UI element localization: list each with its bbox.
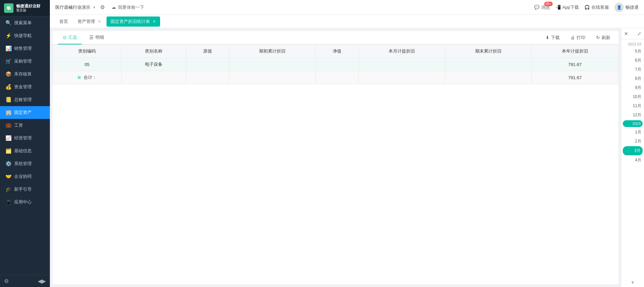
sidebar: 畅 畅捷通好业财 普及版 🔍 搜索菜单 ⚡ 快捷导航 📊 销售管理 🛒 采购管理…: [0, 0, 50, 287]
tab-assets-mgmt[interactable]: 资产管理 ✕: [73, 17, 105, 27]
appdownload-button[interactable]: 📲 App下载: [555, 4, 579, 10]
collapse-icon[interactable]: ◀▶: [38, 278, 46, 284]
operations-icon: 📈: [5, 135, 11, 141]
tab-home[interactable]: 首页: [55, 17, 72, 27]
sidebar-item-purchase[interactable]: 🛒 采购管理: [0, 55, 50, 68]
settings-footer-icon[interactable]: ⚙: [4, 278, 9, 284]
sidebar-item-inventory[interactable]: 📦 库存核算: [0, 68, 50, 81]
chevron-down-icon: ▼: [631, 280, 635, 285]
table-container: 类别编码 类别名称 原值 期初累计折旧 净值 本月计提折旧 期末累计折旧 本年计…: [53, 44, 618, 284]
company-selector[interactable]: 医疗器械行业演示 ▼: [55, 4, 96, 10]
total-acc-depr: [229, 71, 315, 84]
sidebar-item-label: 总账管理: [14, 97, 32, 103]
tab-close-icon[interactable]: ✕: [98, 19, 101, 24]
total-net: [315, 71, 358, 84]
sidebar-item-guide[interactable]: 🎓 新手引导: [0, 183, 50, 196]
tab-depreciation-report[interactable]: 固定资产折旧统计表 ✕: [106, 17, 160, 27]
download-label: 下载: [551, 35, 560, 41]
date-year-2023[interactable]: 2023: [623, 120, 643, 127]
sidebar-item-appcenter[interactable]: 📱 应用中心: [0, 196, 50, 209]
company-name: 医疗器械行业演示: [55, 4, 90, 10]
header-right: 💬 消息 99+ 📲 App下载 🎧 在线客服 👤 畅捷通: [534, 3, 639, 12]
user-name: 畅捷通: [625, 4, 639, 10]
tab-depreciation-label: 固定资产折旧统计表: [111, 19, 150, 25]
logo-main: 畅捷通好业财: [16, 4, 40, 8]
experience-button[interactable]: ☁ 我要体验一下: [109, 3, 147, 12]
experience-icon: ☁: [112, 5, 116, 10]
print-button[interactable]: 🖨 打印: [568, 33, 588, 42]
sidebar-item-search[interactable]: 🔍 搜索菜单: [0, 17, 50, 29]
sidebar-item-label: 固定资产: [14, 109, 32, 116]
col-monthly-depr: 本月计提折旧: [359, 45, 445, 58]
sidebar-item-ledger[interactable]: 📒 总账管理: [0, 93, 50, 106]
download-button[interactable]: ⬇ 下载: [543, 33, 562, 42]
sidebar-item-finance[interactable]: 💰 资金管理: [0, 81, 50, 93]
date-month-2[interactable]: 2月: [621, 137, 644, 146]
sidebar-item-operations[interactable]: 📈 经营管理: [0, 132, 50, 145]
date-month-1[interactable]: 1月: [621, 128, 644, 137]
date-month-8[interactable]: 8月: [621, 74, 644, 83]
tab-bar: 首页 资产管理 ✕ 固定资产折旧统计表 ✕: [50, 15, 644, 28]
date-month-6[interactable]: 6月: [621, 56, 644, 65]
sidebar-item-sales[interactable]: 📊 销售管理: [0, 42, 50, 55]
sidebar-item-enterprise[interactable]: 🤝 企业协同: [0, 170, 50, 183]
subtab-detail[interactable]: ☰ 明细: [85, 31, 109, 44]
refresh-button[interactable]: ↻ 刷新: [593, 33, 613, 42]
cell-annual-depr: 791.67: [532, 58, 618, 71]
sidebar-item-label: 应用中心: [14, 199, 32, 205]
main-area: 医疗器械行业演示 ▼ ⚙ ☁ 我要体验一下 💬 消息 99+ 📲 App下载 🎧…: [50, 0, 644, 287]
sidebar-item-label: 销售管理: [14, 45, 32, 52]
appdownload-icon: 📲: [555, 5, 561, 10]
sidebar-item-label: 库存核算: [14, 71, 32, 77]
header-settings-icon[interactable]: ⚙: [100, 4, 105, 10]
quicknav-icon: ⚡: [5, 33, 11, 39]
subtab-summary[interactable]: ⊙ 汇总: [58, 31, 82, 44]
sidebar-item-label: 经营管理: [14, 135, 32, 141]
total-label: 合计：: [84, 75, 97, 80]
table-row: 05 电子设备 791.67: [53, 58, 618, 71]
service-label: 在线客服: [591, 4, 609, 10]
total-original: [186, 71, 229, 84]
appcenter-icon: 📱: [5, 199, 11, 205]
sidebar-item-salary[interactable]: 💼 工资: [0, 119, 50, 132]
col-original: 原值: [186, 45, 229, 58]
date-month-3-active[interactable]: 3月: [623, 146, 643, 155]
basic-icon: 🗂️: [5, 148, 11, 154]
sidebar-item-basic[interactable]: 🗂️ 基础信息: [0, 145, 50, 157]
col-code: 类别编码: [53, 45, 122, 58]
cell-name: 电子设备: [121, 58, 186, 71]
date-month-12[interactable]: 12月: [621, 110, 644, 120]
sidebar-item-quicknav[interactable]: ⚡ 快捷导航: [0, 29, 50, 42]
date-month-9[interactable]: 9月: [621, 83, 644, 92]
date-panel-close-icon[interactable]: ✕: [623, 30, 630, 37]
sales-icon: 📊: [5, 45, 11, 52]
tab-active-close-icon[interactable]: ✕: [153, 19, 156, 24]
date-panel-expand-icon[interactable]: ⤢: [636, 30, 643, 37]
service-button[interactable]: 🎧 在线客服: [584, 4, 609, 10]
sidebar-item-assets[interactable]: 🏢 固定资产: [0, 106, 50, 119]
messages-button[interactable]: 💬 消息 99+: [534, 4, 550, 10]
summary-icon: ⊙: [63, 35, 67, 40]
top-header: 医疗器械行业演示 ▼ ⚙ ☁ 我要体验一下 💬 消息 99+ 📲 App下载 🎧…: [50, 0, 644, 15]
date-month-5[interactable]: 5月: [621, 47, 644, 56]
sidebar-item-label: 资金管理: [14, 84, 32, 90]
avatar: 👤: [614, 3, 624, 12]
experience-label: 我要体验一下: [118, 4, 144, 10]
tab-home-label: 首页: [59, 19, 68, 25]
inventory-icon: 📦: [5, 71, 11, 77]
sub-tabs-left: ⊙ 汇总 ☰ 明细: [58, 31, 109, 44]
date-month-4[interactable]: 4月: [621, 156, 644, 165]
depreciation-table: 类别编码 类别名称 原值 期初累计折旧 净值 本月计提折旧 期末累计折旧 本年计…: [53, 44, 618, 84]
refresh-label: 刷新: [602, 35, 610, 41]
user-profile[interactable]: 👤 畅捷通: [614, 3, 639, 12]
logo-sub: 普及版: [16, 8, 40, 12]
salary-icon: 💼: [5, 122, 11, 128]
date-month-7[interactable]: 7月: [621, 65, 644, 74]
date-list-scroll-down[interactable]: ▼: [621, 278, 644, 287]
guide-icon: 🎓: [5, 186, 11, 192]
date-month-10[interactable]: 10月: [621, 92, 644, 101]
tab-assets-mgmt-label: 资产管理: [78, 19, 95, 25]
date-month-11[interactable]: 11月: [621, 101, 644, 110]
sidebar-item-label: 系统管理: [14, 161, 32, 167]
sidebar-item-system[interactable]: ⚙️ 系统管理: [0, 157, 50, 170]
